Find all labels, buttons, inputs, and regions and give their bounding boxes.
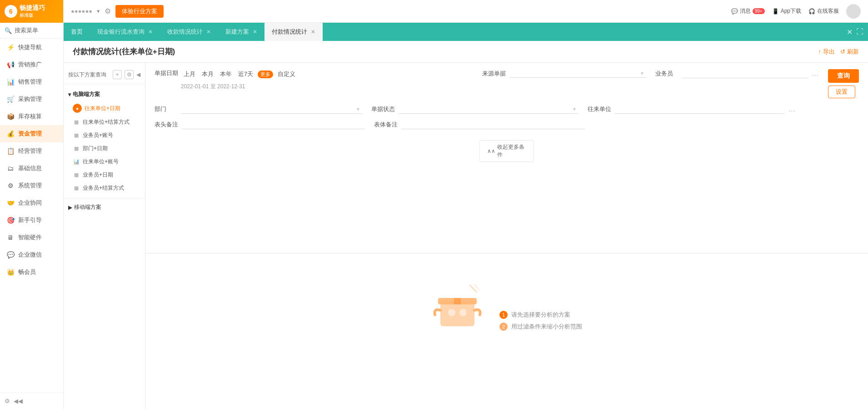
search-menu[interactable]: 🔍 搜索菜单 xyxy=(0,23,63,39)
settings-btn[interactable]: 设置 xyxy=(828,86,855,98)
sidebar-item-wechat[interactable]: 💬 企业微信 xyxy=(0,246,63,263)
tab-bar-end: ✕ ⛶ xyxy=(847,28,868,36)
scheme-item-unit-date[interactable]: ● 往来单位+日期 xyxy=(64,101,145,116)
tab-receipt-close[interactable]: ✕ xyxy=(206,29,211,35)
source-select[interactable]: ▾ xyxy=(509,69,646,78)
header-note-input[interactable] xyxy=(182,120,365,129)
dept-select[interactable]: ▾ xyxy=(181,105,362,114)
tab-payment[interactable]: 付款情况统计 ✕ xyxy=(264,23,323,41)
sidebar-item-basic[interactable]: 🗂 基础信息 xyxy=(0,160,63,177)
scheme-settings-btn[interactable]: ⚙ xyxy=(125,70,134,79)
scheme-mobile-section[interactable]: ▶ 移动端方案 xyxy=(64,201,145,214)
export-label: 导出 xyxy=(823,48,835,56)
scheme-collapse-btn[interactable]: ◀ xyxy=(136,71,140,78)
unit-more-icon[interactable]: … xyxy=(788,105,795,113)
basic-icon: 🗂 xyxy=(6,164,15,172)
hardware-icon: 🖥 xyxy=(6,233,15,242)
tab-receipt-label: 收款情况统计 xyxy=(167,28,203,36)
date-option-last-month[interactable]: 上月 xyxy=(182,69,197,79)
salesman-input[interactable] xyxy=(682,69,808,78)
sidebar-item-label: 销售管理 xyxy=(18,78,42,86)
tab-payment-close[interactable]: ✕ xyxy=(311,29,315,35)
sidebar-item-member[interactable]: 👑 畅会员 xyxy=(0,263,63,281)
sidebar-item-purchase[interactable]: 🛒 采购管理 xyxy=(0,91,63,108)
messages-label: 消息 xyxy=(740,7,751,15)
sidebar-footer: ⚙ ◀◀ xyxy=(0,393,63,409)
sidebar-item-label: 系统管理 xyxy=(18,182,42,190)
messages-btn[interactable]: 💬 消息 99+ xyxy=(731,7,765,15)
collapse-more-btn[interactable]: ∧∧ 收起更多条件 xyxy=(479,140,534,162)
sidebar-item-system[interactable]: ⚙ 系统管理 xyxy=(0,177,63,194)
account-dropdown-icon[interactable]: ▾ xyxy=(97,8,100,15)
sidebar-item-label: 营销推广 xyxy=(18,61,42,69)
tab-bank[interactable]: 现金银行流水查询 ✕ xyxy=(90,23,160,41)
unit-label: 往来单位 xyxy=(588,105,611,113)
source-dropdown-icon: ▾ xyxy=(641,70,644,76)
footer-collapse-icon[interactable]: ◀◀ xyxy=(14,398,23,404)
result-area: 1 请先选择要分析的方案 2 用过滤条件来缩小分析范围 xyxy=(145,253,868,409)
logo-text: 畅捷通巧 xyxy=(20,4,45,12)
scheme-item-salesman-date[interactable]: ▦ 业务员+日期 xyxy=(64,168,145,182)
sidebar-item-sales[interactable]: 📊 销售管理 xyxy=(0,73,63,91)
tab-new-scheme-close[interactable]: ✕ xyxy=(253,29,257,35)
unit-field: 往来单位 … xyxy=(579,105,795,114)
top-bar-left: ●●●●●● ▾ ⚙ 体验行业方案 xyxy=(71,5,164,18)
scheme-item-salesman-settle[interactable]: ▦ 业务员+结算方式 xyxy=(64,182,145,195)
scheme-item-unit-settle[interactable]: ▦ 往来单位+结算方式 xyxy=(64,116,145,129)
body-note-input[interactable] xyxy=(401,120,584,129)
scheme-sidebar: 按以下方案查询 + ⚙ ◀ ▾ 电脑端方案 xyxy=(64,63,145,409)
filter-area: 单据日期 上月 本月 本年 近7天 更多 自定义 xyxy=(145,63,868,253)
sidebar-item-enterprise[interactable]: 🤝 企业协同 xyxy=(0,194,63,212)
app-download-btn[interactable]: 📱 App下载 xyxy=(772,7,801,15)
scheme-item-unit-account[interactable]: 📊 往来单位+账号 xyxy=(64,155,145,168)
date-option-7days[interactable]: 近7天 xyxy=(236,69,255,79)
sidebar-item-marketing[interactable]: 📢 营销推广 xyxy=(0,56,63,73)
wechat-icon: 💬 xyxy=(6,251,15,259)
sidebar-item-label: 智能硬件 xyxy=(18,233,42,242)
scheme-add-btn[interactable]: + xyxy=(113,70,122,79)
date-option-more[interactable]: 更多 xyxy=(258,71,273,78)
mobile-sep xyxy=(64,198,145,199)
doc-status-select[interactable]: ▾ xyxy=(399,105,579,114)
tab-new-scheme[interactable]: 新建方案 ✕ xyxy=(218,23,264,41)
guide-icon: 🎯 xyxy=(6,216,15,224)
unit-input[interactable] xyxy=(615,105,784,114)
scheme-item-dept-date[interactable]: ▦ 部门+日期 xyxy=(64,142,145,155)
hint-num-2: 2 xyxy=(499,323,508,331)
tab-bank-close[interactable]: ✕ xyxy=(148,29,153,35)
settings-gear-icon[interactable]: ⚙ xyxy=(105,7,111,15)
date-option-this-month[interactable]: 本月 xyxy=(200,69,215,79)
pc-arrow-icon: ▾ xyxy=(68,91,71,98)
trial-btn[interactable]: 体验行业方案 xyxy=(115,5,164,18)
export-btn[interactable]: ↑ 导出 xyxy=(818,48,835,56)
query-btn[interactable]: 查询 xyxy=(828,69,859,83)
sidebar-item-guide[interactable]: 🎯 新手引导 xyxy=(0,212,63,229)
refresh-btn[interactable]: ↺ 刷新 xyxy=(840,48,859,56)
sidebar-item-inventory[interactable]: 📦 库存核算 xyxy=(0,108,63,125)
salesman-more-icon[interactable]: … xyxy=(812,70,819,78)
sidebar-item-hardware[interactable]: 🖥 智能硬件 xyxy=(0,229,63,246)
main-panel: 按以下方案查询 + ⚙ ◀ ▾ 电脑端方案 xyxy=(64,63,868,409)
page-content: 付款情况统计(往来单位+日期) ↑ 导出 ↺ 刷新 按 xyxy=(64,41,868,409)
sidebar-item-shortcut[interactable]: ⚡ 快捷导航 xyxy=(0,39,63,56)
sidebar-item-label: 库存核算 xyxy=(18,112,42,121)
date-option-this-year[interactable]: 本年 xyxy=(218,69,234,79)
tab-receipt[interactable]: 收款情况统计 ✕ xyxy=(160,23,218,41)
scheme-pc-section: ▾ 电脑端方案 ● 往来单位+日期 ▦ 往来单位+结算方式 ▦ xyxy=(64,86,145,197)
app-download-label: App下载 xyxy=(781,7,801,15)
footer-settings-icon[interactable]: ⚙ xyxy=(5,398,10,404)
user-avatar[interactable] xyxy=(846,4,861,19)
filter-container: 单据日期 上月 本月 本年 近7天 更多 自定义 xyxy=(145,63,868,409)
marketing-icon: 📢 xyxy=(6,61,15,69)
salesman-label: 业务员 xyxy=(655,70,678,78)
sidebar-item-finance[interactable]: 💰 资金管理 xyxy=(0,125,63,142)
date-options: 上月 本月 本年 近7天 更多 自定义 xyxy=(182,69,297,79)
date-option-custom[interactable]: 自定义 xyxy=(276,69,297,79)
tab-expand-icon[interactable]: ⛶ xyxy=(856,28,863,36)
online-service-btn[interactable]: 🎧 在线客服 xyxy=(808,7,839,15)
scheme-item-label: 业务员+账号 xyxy=(83,131,113,139)
sidebar-item-operations[interactable]: 📋 经营管理 xyxy=(0,142,63,160)
scheme-item-salesman-account[interactable]: ▦ 业务员+账号 xyxy=(64,129,145,142)
tab-home[interactable]: 首页 xyxy=(64,23,90,41)
tab-close-all-icon[interactable]: ✕ xyxy=(847,28,853,36)
